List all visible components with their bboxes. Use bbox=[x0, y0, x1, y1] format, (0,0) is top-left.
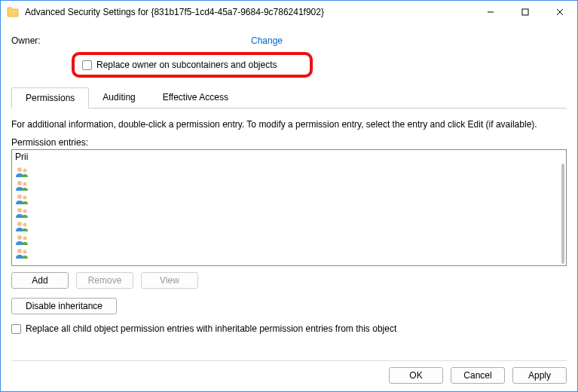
permission-entries-label: Permission entries: bbox=[11, 137, 567, 148]
apply-button[interactable]: Apply bbox=[512, 367, 567, 384]
svg-point-17 bbox=[23, 250, 27, 254]
svg-rect-1 bbox=[522, 9, 528, 15]
svg-point-9 bbox=[23, 196, 27, 200]
scrollbar[interactable] bbox=[561, 164, 564, 264]
minimize-button[interactable] bbox=[473, 1, 508, 23]
replace-owner-label: Replace owner on subcontainers and objec… bbox=[96, 60, 277, 70]
svg-point-15 bbox=[23, 237, 27, 240]
svg-point-7 bbox=[23, 182, 27, 186]
folder-icon bbox=[7, 7, 19, 17]
list-item[interactable] bbox=[15, 179, 563, 192]
list-item[interactable] bbox=[15, 247, 563, 260]
view-button[interactable]: View bbox=[141, 272, 198, 289]
cancel-button[interactable]: Cancel bbox=[451, 367, 505, 384]
window-controls bbox=[473, 1, 577, 23]
svg-point-14 bbox=[17, 235, 22, 240]
svg-point-8 bbox=[17, 194, 22, 199]
maximize-button[interactable] bbox=[508, 1, 543, 23]
highlight-annotation: Replace owner on subcontainers and objec… bbox=[72, 52, 313, 78]
svg-point-12 bbox=[17, 222, 22, 226]
replace-all-label: Replace all child object permission entr… bbox=[26, 323, 396, 334]
content-area: Owner: Change Replace owner on subcontai… bbox=[1, 23, 577, 391]
close-button[interactable] bbox=[543, 1, 577, 23]
ok-button[interactable]: OK bbox=[389, 367, 443, 384]
svg-point-10 bbox=[17, 208, 22, 213]
list-item[interactable] bbox=[15, 206, 563, 219]
replace-all-checkbox[interactable] bbox=[11, 324, 21, 334]
title-bar: Advanced Security Settings for {831b17f5… bbox=[1, 1, 577, 23]
people-icon bbox=[15, 247, 30, 259]
people-icon bbox=[15, 220, 30, 232]
change-owner-link[interactable]: Change bbox=[251, 35, 283, 46]
people-icon bbox=[15, 179, 30, 191]
svg-point-13 bbox=[23, 223, 27, 227]
info-text: For additional information, double-click… bbox=[11, 119, 567, 130]
tabs: Permissions Auditing Effective Access bbox=[11, 87, 567, 109]
people-icon bbox=[15, 193, 30, 205]
list-item[interactable] bbox=[15, 165, 563, 179]
permission-entries-list[interactable]: Prii bbox=[11, 149, 567, 266]
svg-point-6 bbox=[17, 181, 22, 185]
replace-all-row: Replace all child object permission entr… bbox=[11, 323, 567, 334]
svg-point-5 bbox=[23, 169, 27, 173]
list-item[interactable] bbox=[15, 233, 563, 247]
remove-button[interactable]: Remove bbox=[76, 272, 133, 289]
security-settings-window: Advanced Security Settings for {831b17f5… bbox=[0, 0, 578, 392]
tab-permissions[interactable]: Permissions bbox=[11, 87, 89, 109]
svg-point-4 bbox=[17, 167, 22, 172]
people-icon bbox=[15, 207, 30, 219]
disable-inheritance-button[interactable]: Disable inheritance bbox=[11, 298, 117, 314]
add-button[interactable]: Add bbox=[11, 272, 69, 289]
svg-point-16 bbox=[17, 249, 22, 253]
dialog-buttons: OK Cancel Apply bbox=[11, 360, 567, 387]
people-icon bbox=[15, 166, 30, 178]
window-title: Advanced Security Settings for {831b17f5… bbox=[25, 7, 473, 17]
list-item[interactable] bbox=[15, 192, 563, 206]
list-rows bbox=[12, 164, 566, 262]
owner-label: Owner: bbox=[11, 35, 252, 46]
svg-point-11 bbox=[23, 210, 27, 213]
owner-row: Owner: Change bbox=[11, 32, 567, 49]
tab-auditing[interactable]: Auditing bbox=[89, 87, 148, 109]
people-icon bbox=[15, 234, 30, 246]
list-column-header: Prii bbox=[12, 150, 566, 164]
replace-owner-checkbox[interactable] bbox=[82, 60, 92, 70]
entry-buttons: Add Remove View bbox=[11, 272, 567, 289]
tab-effective-access[interactable]: Effective Access bbox=[149, 87, 242, 109]
list-item[interactable] bbox=[15, 219, 563, 233]
